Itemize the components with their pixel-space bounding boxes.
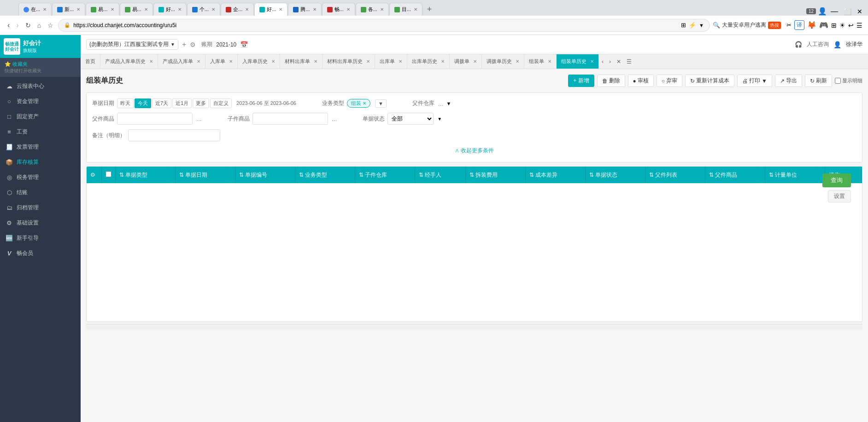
dropdown-icon[interactable]: ▼: [699, 23, 704, 28]
app-tab-prod-in-hist[interactable]: 产成品入库单历史 ✕: [100, 54, 158, 69]
app-tab-in[interactable]: 入库单 ✕: [205, 54, 238, 69]
tab-close-icon[interactable]: ✕: [149, 59, 153, 64]
add-button[interactable]: + 新增: [568, 75, 594, 87]
tab-more[interactable]: ☰: [624, 54, 634, 69]
sidebar-item-fund[interactable]: ○ 资金管理: [0, 94, 81, 109]
tab-close[interactable]: ✕: [43, 7, 47, 12]
app-tab-assembly-hist[interactable]: 组装单历史 ✕: [557, 54, 599, 69]
th-biz-type[interactable]: ⇅ 业务类型: [295, 167, 355, 183]
th-parent-goods[interactable]: ⇅ 父件商品: [705, 167, 765, 183]
sidebar-item-checkout[interactable]: ⬡ 结账: [0, 185, 81, 200]
app-tab-mat-out-hist[interactable]: 材料出库单历史 ✕: [323, 54, 375, 69]
tab-close-icon[interactable]: ✕: [441, 59, 445, 64]
tab-close[interactable]: ✕: [111, 7, 114, 12]
add-company-button[interactable]: +: [182, 40, 186, 49]
sidebar-item-payroll[interactable]: ≡ 工资: [0, 124, 81, 139]
app-tab-assembly[interactable]: 组装单 ✕: [524, 54, 557, 69]
bookmark-button[interactable]: ☆: [46, 22, 55, 29]
tab-close-icon[interactable]: ✕: [548, 59, 551, 64]
back-button[interactable]: ‹: [6, 21, 12, 29]
app-tab-transfer[interactable]: 调拨单 ✕: [450, 54, 482, 69]
th-settings[interactable]: ⚙: [87, 167, 101, 183]
sidebar-item-member[interactable]: V 畅会员: [0, 246, 81, 261]
app-tab-home[interactable]: 首页: [81, 54, 100, 69]
tab-nav-next[interactable]: ›: [606, 54, 614, 69]
date-btn-7days[interactable]: 近7天: [152, 98, 171, 108]
app-tab-in-hist[interactable]: 入库单历史 ✕: [238, 54, 280, 69]
select-all-checkbox[interactable]: [106, 171, 111, 177]
browser-tab-10[interactable]: 畅... ✕: [322, 3, 355, 16]
app-tab-prod-in[interactable]: 产成品入库单 ✕: [158, 54, 205, 69]
qr-icon[interactable]: ⊞: [681, 22, 686, 29]
date-btn-custom[interactable]: 自定义: [210, 98, 232, 108]
browser-tab-5[interactable]: 好... ✕: [153, 3, 187, 16]
browser-tab-2[interactable]: 新... ✕: [52, 3, 85, 16]
th-parent-list[interactable]: ⇅ 父件列表: [645, 167, 705, 183]
th-bill-no[interactable]: ⇅ 单据编号: [235, 167, 295, 183]
date-btn-today[interactable]: 今天: [135, 98, 151, 108]
app-tab-out-hist[interactable]: 出库单历史 ✕: [407, 54, 450, 69]
scissors-icon[interactable]: ✂: [786, 22, 792, 29]
forward-button[interactable]: ›: [14, 21, 20, 29]
tab-close-icon[interactable]: ✕: [197, 59, 200, 64]
app-tab-transfer-hist[interactable]: 调拨单历史 ✕: [482, 54, 524, 69]
tab-close-icon[interactable]: ✕: [229, 59, 233, 64]
parent-warehouse-dots[interactable]: ...: [438, 100, 444, 107]
tab-close[interactable]: ✕: [414, 7, 417, 12]
parent-goods-input[interactable]: [117, 113, 193, 125]
browser-tab-9[interactable]: 腾... ✕: [288, 3, 321, 16]
parent-goods-dots[interactable]: ...: [196, 115, 202, 122]
profile-icon[interactable]: 👤: [818, 7, 827, 16]
gear-button[interactable]: ⚙: [190, 41, 196, 48]
home-button[interactable]: ⌂: [35, 22, 43, 29]
tab-close-icon[interactable]: ✕: [314, 59, 317, 64]
tab-close-icon[interactable]: ✕: [516, 59, 519, 64]
reload-button[interactable]: ↻: [23, 22, 33, 29]
bill-status-select[interactable]: 全部: [387, 113, 434, 125]
query-button[interactable]: 查询: [822, 173, 851, 187]
tab-nav-prev[interactable]: ‹: [599, 54, 606, 69]
service-text[interactable]: 人工咨询: [807, 40, 829, 48]
browser-tab-6[interactable]: 个... ✕: [187, 3, 220, 16]
remark-input[interactable]: [128, 129, 220, 141]
th-bill-status[interactable]: ⇅ 单据状态: [585, 167, 645, 183]
maximize-button[interactable]: ⬜: [842, 8, 853, 15]
print-button[interactable]: 🖨 打印 ▼: [737, 75, 772, 87]
th-disassemble-fee[interactable]: ⇅ 拆装费用: [465, 167, 525, 183]
tab-close[interactable]: ✕: [144, 7, 148, 12]
grid-icon[interactable]: ⊞: [831, 22, 837, 29]
menu-icon[interactable]: ☰: [856, 22, 862, 29]
lightning-icon[interactable]: ⚡: [689, 22, 696, 29]
date-btn-1month[interactable]: 近1月: [172, 98, 192, 108]
game-icon[interactable]: 🎮: [819, 21, 828, 29]
export-button[interactable]: ↗ 导出: [775, 75, 802, 87]
browser-tab-11[interactable]: 各... ✕: [356, 3, 389, 16]
display-detail-label[interactable]: 显示明细: [835, 77, 862, 84]
browser-tab-7[interactable]: 企... ✕: [221, 3, 254, 16]
th-bill-type[interactable]: ⇅ 单据类型: [115, 167, 175, 183]
audit-button[interactable]: ● 审核: [628, 75, 654, 87]
browser-tab-1[interactable]: 在... ✕: [18, 3, 52, 16]
sidebar-item-settings[interactable]: ⚙ 基础设置: [0, 215, 81, 231]
sidebar-item-archive[interactable]: 🗂 归档管理: [0, 200, 81, 215]
company-selector[interactable]: (勿删勿禁用）江西服宝测试专用 ▼: [86, 39, 178, 50]
tab-close-icon[interactable]: ✕: [366, 59, 370, 64]
browser-tab-4[interactable]: 易... ✕: [120, 3, 153, 16]
horizontal-scrollbar[interactable]: [86, 324, 862, 330]
calendar-icon[interactable]: 📅: [240, 41, 248, 48]
biz-type-tag-remove[interactable]: ✕: [363, 101, 366, 106]
sidebar-item-guide[interactable]: 🆕 新手引导: [0, 231, 81, 246]
sidebar-item-fixed-assets[interactable]: □ 固定资产: [0, 109, 81, 124]
settings-button[interactable]: 设置: [828, 190, 851, 202]
recalc-button[interactable]: ↻ 重新计算成本: [685, 75, 734, 87]
new-tab-button[interactable]: +: [423, 3, 436, 16]
tab-close[interactable]: ✕: [76, 7, 80, 12]
app-tab-out[interactable]: 出库单 ✕: [375, 54, 407, 69]
refresh-button[interactable]: ↻ 刷新: [805, 75, 832, 87]
tab-close-icon[interactable]: ✕: [271, 59, 275, 64]
tab-close[interactable]: ✕: [178, 7, 182, 12]
tab-close[interactable]: ✕: [346, 7, 350, 12]
sidebar-item-inventory[interactable]: 📦 库存核算: [0, 155, 81, 170]
tab-close-icon[interactable]: ✕: [399, 59, 402, 64]
th-unit[interactable]: ⇅ 计量单位: [765, 167, 825, 183]
